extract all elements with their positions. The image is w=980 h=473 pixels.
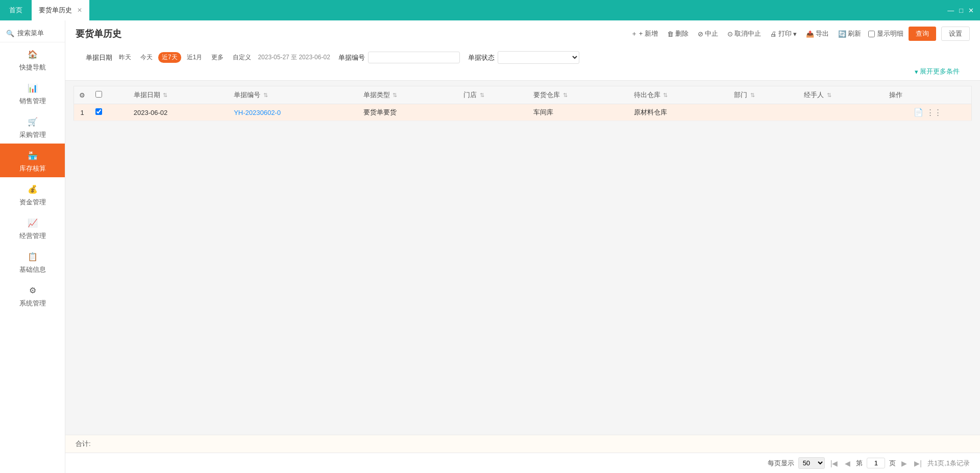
expand-more-button[interactable]: ▾ 展开更多条件 <box>915 67 960 76</box>
first-page-button[interactable]: |◀ <box>829 459 840 468</box>
last-page-button[interactable]: ▶| <box>913 459 923 468</box>
col-type[interactable]: 单据类型 ⇅ <box>358 86 458 104</box>
page-size-label: 每页显示 <box>768 459 794 468</box>
billno-link[interactable]: YH-20230602-0 <box>234 109 281 116</box>
sidebar-item-operations[interactable]: 📈 经营管理 <box>0 211 65 245</box>
col-store[interactable]: 门店 ⇅ <box>458 86 528 104</box>
col-handler[interactable]: 经手人 ⇅ <box>799 86 884 104</box>
sidebar-search[interactable]: 🔍 搜索菜单 <box>0 23 65 42</box>
sidebar-item-finance[interactable]: 💰 资金管理 <box>0 177 65 211</box>
export-button[interactable]: 📤 导出 <box>804 28 831 39</box>
row-edit-icon[interactable]: 📄 <box>914 108 923 117</box>
cancel-stop-button[interactable]: ⊙ 取消中止 <box>725 28 763 39</box>
sidebar-item-quick-nav[interactable]: 🏠 快捷导航 <box>0 42 65 76</box>
billno-filter-label: 单据编号 <box>338 53 365 62</box>
date-filter-label: 单据日期 <box>86 53 112 62</box>
tab-active[interactable]: 要货单历史 ✕ <box>32 0 89 20</box>
window-minimize[interactable]: — <box>947 7 954 14</box>
sort-icon-dept: ⇅ <box>750 92 755 98</box>
col-gear[interactable]: ⚙ <box>74 86 91 104</box>
filter-expand-row: ▾ 展开更多条件 <box>76 67 970 80</box>
export-icon: 📤 <box>806 30 814 38</box>
sidebar-item-purchase[interactable]: 🛒 采购管理 <box>0 110 65 144</box>
page-size-select[interactable]: 20 50 100 <box>798 457 825 469</box>
action-icons: 📄 ⋮⋮ <box>889 108 966 117</box>
purchase-icon: 🛒 <box>26 115 39 128</box>
export-label: 导出 <box>816 29 829 38</box>
settings-button[interactable]: 设置 <box>941 27 970 41</box>
sidebar-item-sales[interactable]: 📊 销售管理 <box>0 76 65 110</box>
sidebar-item-label: 销售管理 <box>19 97 46 106</box>
add-button[interactable]: ＋ + 新增 <box>629 28 660 39</box>
table-header: ⚙ 单据日期 ⇅ 单据编号 ⇅ 单据类型 ⇅ 门店 ⇅ 要货仓库 ⇅ 待出仓库 … <box>74 86 972 104</box>
total-info: 共1页,1条记录 <box>927 459 970 468</box>
page-label: 页 <box>889 459 896 468</box>
billno-filter-group: 单据编号 <box>338 52 460 63</box>
col-req-warehouse[interactable]: 要货仓库 ⇅ <box>528 86 628 104</box>
refresh-label: 刷新 <box>848 29 861 38</box>
billstatus-filter-label: 单据状态 <box>468 53 495 62</box>
refresh-icon: 🔄 <box>838 30 846 38</box>
filter-bar: 单据日期 昨天 今天 近7天 近1月 更多 自定义 2023-05-27 至 2… <box>76 46 970 67</box>
main-layout: 🔍 搜索菜单 🏠 快捷导航 📊 销售管理 🛒 采购管理 🏪 库存核算 💰 <box>0 20 980 473</box>
col-billno[interactable]: 单据编号 ⇅ <box>229 86 358 104</box>
cell-num: 1 <box>74 104 91 121</box>
print-label: 打印 <box>778 29 792 38</box>
select-all-checkbox[interactable] <box>95 91 102 98</box>
print-button[interactable]: 🖨 打印 ▾ <box>768 28 799 39</box>
window-maximize[interactable]: □ <box>959 7 963 14</box>
sidebar-item-label: 经营管理 <box>19 231 46 241</box>
next-page-button[interactable]: ▶ <box>900 459 909 468</box>
cell-out-warehouse: 原材料仓库 <box>629 104 729 121</box>
summary-row: 合计: <box>65 435 980 453</box>
sidebar-item-system[interactable]: ⚙ 系统管理 <box>0 278 65 312</box>
col-action: 操作 <box>884 86 971 104</box>
cell-billno[interactable]: YH-20230602-0 <box>229 104 358 121</box>
home-icon: 🏠 <box>26 48 39 61</box>
billstatus-select[interactable] <box>498 51 579 64</box>
row-checkbox[interactable] <box>95 108 102 115</box>
date-today[interactable]: 今天 <box>137 52 156 63</box>
table-row[interactable]: 1 2023-06-02 YH-20230602-0 要货单要货 车间库 原材料… <box>74 104 972 121</box>
tab-close-icon[interactable]: ✕ <box>77 7 82 14</box>
content-area: 要货单历史 ＋ + 新增 🗑 删除 ⊘ 中止 ⊙ <box>65 20 980 473</box>
tab-home[interactable]: 首页 <box>0 0 32 20</box>
row-more-icon[interactable]: ⋮⋮ <box>926 108 942 117</box>
query-button[interactable]: 查询 <box>909 27 936 41</box>
stop-button[interactable]: ⊘ 中止 <box>696 28 720 39</box>
sort-icon-date: ⇅ <box>163 92 167 98</box>
window-close[interactable]: ✕ <box>968 7 974 14</box>
basic-info-icon: 📋 <box>26 250 39 263</box>
display-detail-toggle[interactable]: 显示明细 <box>868 29 903 38</box>
date-more[interactable]: 更多 <box>208 52 227 63</box>
sidebar-item-basic-info[interactable]: 📋 基础信息 <box>0 245 65 278</box>
display-detail-checkbox[interactable] <box>868 31 875 37</box>
sidebar-item-inventory[interactable]: 🏪 库存核算 <box>0 144 65 177</box>
col-dept[interactable]: 部门 ⇅ <box>729 86 799 104</box>
cancel-stop-icon: ⊙ <box>727 30 733 38</box>
date-yesterday[interactable]: 昨天 <box>115 52 135 63</box>
refresh-button[interactable]: 🔄 刷新 <box>836 28 863 39</box>
col-out-warehouse[interactable]: 待出仓库 ⇅ <box>629 86 729 104</box>
date-filter-group: 单据日期 昨天 今天 近7天 近1月 更多 自定义 2023-05-27 至 2… <box>86 52 330 63</box>
inventory-icon: 🏪 <box>26 149 39 162</box>
top-bar-right: — □ ✕ <box>947 7 980 14</box>
sort-icon-type: ⇅ <box>393 92 397 98</box>
sidebar-nav: 🏠 快捷导航 📊 销售管理 🛒 采购管理 🏪 库存核算 💰 资金管理 📈 <box>0 42 65 312</box>
sort-icon-out: ⇅ <box>663 92 668 98</box>
delete-button[interactable]: 🗑 删除 <box>665 28 691 39</box>
col-date[interactable]: 单据日期 ⇅ <box>129 86 229 104</box>
sidebar-item-label: 快捷导航 <box>19 63 46 72</box>
col-checkbox[interactable] <box>90 86 129 104</box>
date-7days[interactable]: 近7天 <box>158 52 181 63</box>
cell-checkbox[interactable] <box>90 104 129 121</box>
date-custom[interactable]: 自定义 <box>229 52 255 63</box>
cell-store <box>458 104 528 121</box>
delete-icon: 🗑 <box>667 30 674 38</box>
date-1month[interactable]: 近1月 <box>183 52 206 63</box>
current-page-input[interactable] <box>867 458 885 468</box>
billno-input[interactable] <box>368 52 460 63</box>
sidebar-item-label: 系统管理 <box>19 299 46 308</box>
prev-page-button[interactable]: ◀ <box>843 459 852 468</box>
expand-label: 展开更多条件 <box>920 67 960 76</box>
